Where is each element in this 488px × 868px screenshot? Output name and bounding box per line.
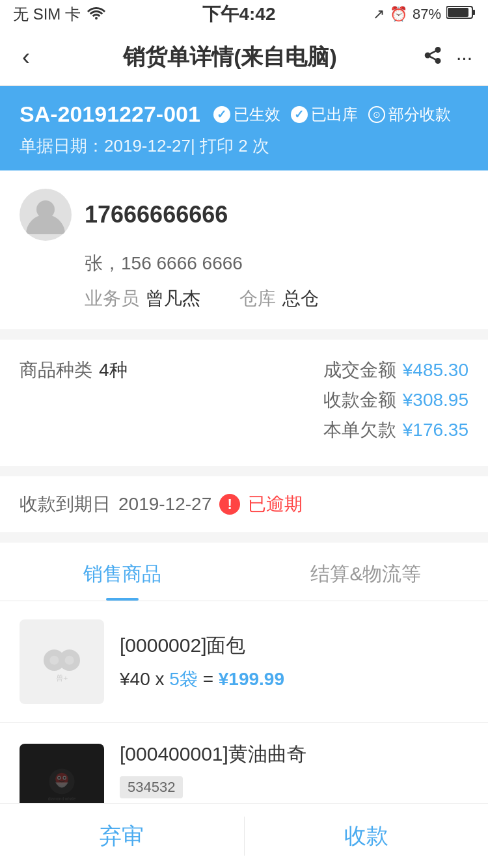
agent-info: 业务员 曾凡杰 <box>85 286 200 311</box>
svg-point-15 <box>64 777 66 779</box>
more-icon[interactable]: ··· <box>456 46 472 68</box>
bottom-actions: 弃审 收款 <box>0 803 488 868</box>
debt-label: 本单欠款 <box>323 418 396 442</box>
customer-id: 17666666666 <box>85 201 228 228</box>
debt-value: ¥176.35 <box>403 420 468 441</box>
order-date-row: 单据日期：2019-12-27| 打印 2 次 <box>20 135 468 157</box>
share-icon[interactable] <box>424 45 443 69</box>
location-icon: ↗ <box>373 6 385 23</box>
debt-item: 本单欠款 ¥176.35 <box>323 418 468 442</box>
status-bar: 无 SIM 卡 下午4:42 ↗ ⏰ 87% <box>0 0 488 29</box>
payment-value: ¥308.95 <box>403 390 468 411</box>
tab-settlement[interactable]: 结算&物流等 <box>244 543 488 601</box>
page-title: 销货单详情(来自电脑) <box>36 42 424 72</box>
status-badge-shipped: ✓ 已出库 <box>291 104 358 125</box>
tab-products[interactable]: 销售商品 <box>0 543 244 601</box>
amount-label: 成交金额 <box>323 358 396 383</box>
clock-icon: ⊙ <box>368 106 385 123</box>
status-right: ↗ ⏰ 87% <box>373 5 475 23</box>
warehouse-info: 仓库 总仓 <box>239 286 319 311</box>
product-name-2: [000400001]黄油曲奇 <box>120 741 468 768</box>
back-button[interactable]: ‹ <box>16 37 36 77</box>
product-type-item: 商品种类 4种 <box>20 358 128 383</box>
product-type-value: 4种 <box>99 358 128 383</box>
check-icon-2: ✓ <box>291 106 308 123</box>
status-badges: ✓ 已生效 ✓ 已出库 ⊙ 部分收款 <box>213 104 451 125</box>
product-tag-2: 534532 <box>120 776 183 798</box>
product-qty-1: 5袋 <box>169 669 198 689</box>
stats-right: 成交金额 ¥485.30 收款金额 ¥308.95 本单欠款 ¥176.35 <box>323 358 468 448</box>
amount-value: ¥485.30 <box>403 360 468 381</box>
product-name-1: [0000002]面包 <box>120 632 468 659</box>
svg-text:兽+: 兽+ <box>56 673 68 682</box>
customer-name: 张，156 6666 6666 <box>20 251 468 276</box>
overdue-status: 已逾期 <box>248 492 303 517</box>
overdue-label: 收款到期日 <box>20 492 111 517</box>
status-label-2: 已出库 <box>311 104 358 125</box>
avatar <box>20 189 72 241</box>
print-label: | 打印 2 次 <box>191 136 269 156</box>
svg-text:diamond whale: diamond whale <box>48 796 76 801</box>
status-label-3: 部分收款 <box>388 104 451 125</box>
amount-item: 成交金额 ¥485.30 <box>323 358 468 383</box>
overdue-warning-icon: ! <box>219 494 240 515</box>
overdue-date: 2019-12-27 <box>118 494 211 515</box>
carrier-label: 无 SIM 卡 <box>13 4 81 25</box>
product-type-label: 商品种类 <box>20 358 92 383</box>
agent-name: 曾凡杰 <box>146 286 200 311</box>
confirm-button[interactable]: 收款 <box>245 804 489 868</box>
customer-section: 17666666666 张，156 6666 6666 业务员 曾凡杰 仓库 总… <box>0 170 488 329</box>
order-date: 2019-12-27 <box>104 136 191 156</box>
svg-rect-1 <box>472 10 475 15</box>
product-multiply-1: x <box>156 669 170 689</box>
tabs-section: 销售商品 结算&物流等 <box>0 543 488 601</box>
svg-rect-2 <box>448 8 468 17</box>
cancel-label: 弃审 <box>100 821 144 851</box>
list-item: 兽+ [0000002]面包 ¥40 x 5袋 = ¥199.99 <box>0 601 488 723</box>
status-label-1: 已生效 <box>234 104 280 125</box>
confirm-label: 收款 <box>344 821 388 851</box>
cancel-button[interactable]: 弃审 <box>0 804 244 868</box>
tab-products-label: 销售商品 <box>83 563 161 584</box>
svg-point-6 <box>49 656 59 665</box>
battery-icon <box>446 5 475 23</box>
order-id: SA-20191227-001 <box>20 102 200 127</box>
svg-point-14 <box>58 777 60 779</box>
product-unit-price-1: ¥40 <box>120 669 150 689</box>
customer-meta: 业务员 曾凡杰 仓库 总仓 <box>20 286 468 311</box>
battery-label: 87% <box>413 6 441 23</box>
stats-left: 商品种类 4种 <box>20 358 128 388</box>
nav-actions: ··· <box>424 45 472 69</box>
svg-point-7 <box>65 656 74 665</box>
product-equals-1: = <box>203 669 219 689</box>
warehouse-name: 总仓 <box>282 286 319 311</box>
stats-section: 商品种类 4种 成交金额 ¥485.30 收款金额 ¥308.95 本单欠款 ¥… <box>0 340 488 466</box>
agent-label: 业务员 <box>85 286 139 311</box>
product-price-1: ¥40 x 5袋 = ¥199.99 <box>120 667 468 692</box>
overdue-section: 收款到期日 2019-12-27 ! 已逾期 <box>0 476 488 532</box>
payment-item: 收款金额 ¥308.95 <box>323 388 468 413</box>
status-left: 无 SIM 卡 <box>13 4 105 25</box>
status-badge-effective: ✓ 已生效 <box>213 104 280 125</box>
order-header-top: SA-20191227-001 ✓ 已生效 ✓ 已出库 ⊙ 部分收款 <box>20 102 468 127</box>
wifi-icon <box>87 5 105 23</box>
order-header: SA-20191227-001 ✓ 已生效 ✓ 已出库 ⊙ 部分收款 单据日期：… <box>0 86 488 170</box>
product-total-1: ¥199.99 <box>219 669 284 689</box>
status-time: 下午4:42 <box>202 2 275 27</box>
nav-bar: ‹ 销货单详情(来自电脑) ··· <box>0 29 488 86</box>
product-info-1: [0000002]面包 ¥40 x 5袋 = ¥199.99 <box>120 632 468 692</box>
alarm-icon: ⏰ <box>390 6 407 23</box>
warehouse-label: 仓库 <box>239 286 276 311</box>
customer-top: 17666666666 <box>20 189 468 241</box>
date-label: 单据日期： <box>20 136 104 156</box>
tab-settlement-label: 结算&物流等 <box>310 563 421 584</box>
payment-label: 收款金额 <box>323 388 396 413</box>
check-icon-1: ✓ <box>213 106 230 123</box>
product-image-1: 兽+ <box>20 619 104 704</box>
status-badge-partial: ⊙ 部分收款 <box>368 104 451 125</box>
